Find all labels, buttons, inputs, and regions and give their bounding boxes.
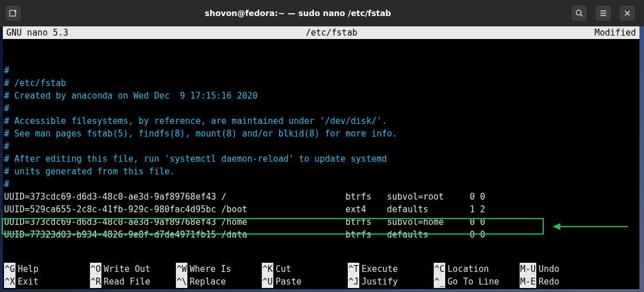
shortcut-replace: ^\Replace: [176, 275, 262, 288]
comment-line: # Accessible filesystems, by reference, …: [4, 116, 387, 126]
search-button[interactable]: [571, 5, 588, 22]
shortcut-cut: ^KCut: [262, 263, 348, 275]
comment-line: #: [4, 103, 9, 114]
shortcut-gotoline: ^_Go To Line: [434, 275, 520, 288]
new-tab-button[interactable]: [5, 5, 22, 22]
shortcut-paste: ^UPaste: [262, 275, 348, 288]
close-icon: [623, 9, 631, 17]
shortcut-row: ^GHelp ^OWrite Out ^WWhere Is ^KCut ^TEx…: [4, 263, 638, 275]
shortcut-redo: M-ERedo: [520, 275, 606, 288]
comment-line: # See man pages fstab(5), findfs(8), mou…: [4, 129, 397, 139]
shortcut-exit: ^XExit: [4, 275, 90, 288]
fstab-entry: UUID=373cdc69-d6d3-48c0-ae3d-9af89768ef4…: [4, 192, 485, 202]
shortcut-help: ^GHelp: [4, 263, 90, 275]
comment-line: #: [4, 141, 9, 151]
shortcut-execute: ^TExecute: [348, 263, 434, 275]
comment-line: # After editing this file, run 'systemct…: [4, 154, 387, 164]
shortcut-whereis: ^WWhere Is: [176, 263, 262, 275]
comment-line: #: [4, 65, 9, 76]
nano-version: GNU nano 5.3: [6, 26, 68, 39]
shortcut-undo: M-UUndo: [520, 263, 606, 275]
shortcut-row: ^XExit ^RRead File ^\Replace ^UPaste ^JJ…: [4, 275, 638, 288]
shortcut-justify: ^JJustify: [348, 275, 434, 288]
shortcut-readfile: ^RRead File: [90, 275, 176, 288]
nano-status: Modified: [595, 26, 636, 39]
svg-point-3: [576, 10, 581, 15]
fstab-entry: UUID=77323d03-b934-4826-9e8f-d7de4971fb1…: [4, 229, 485, 240]
editor-content[interactable]: # # /etc/fstab # Created by anaconda on …: [3, 39, 639, 241]
comment-line: # units generated from this file.: [4, 166, 175, 177]
menu-icon: [599, 9, 608, 18]
nano-shortcuts: ^GHelp ^OWrite Out ^WWhere Is ^KCut ^TEx…: [3, 263, 639, 289]
nano-header: GNU nano 5.3 /etc/fstab Modified: [3, 26, 639, 39]
menu-button[interactable]: [595, 5, 612, 22]
comment-line: # /etc/fstab: [4, 78, 66, 88]
window-title: shovon@fedora:~ — sudo nano /etc/fstab: [25, 9, 571, 18]
window-titlebar: shovon@fedora:~ — sudo nano /etc/fstab: [0, 0, 644, 26]
svg-line-4: [580, 14, 582, 16]
fstab-entry: UUID=529ca655-2c8c-41fb-929c-980fac4d95b…: [4, 204, 485, 215]
close-button[interactable]: [619, 5, 636, 22]
nano-file: /etc/fstab: [68, 26, 594, 39]
search-icon: [575, 9, 584, 18]
comment-line: # Created by anaconda on Wed Dec 9 17:15…: [4, 91, 258, 101]
terminal-area[interactable]: GNU nano 5.3 /etc/fstab Modified # # /et…: [3, 26, 639, 289]
shortcut-location: ^CLocation: [434, 263, 520, 275]
new-tab-icon: [9, 9, 18, 18]
fstab-entry: UUID=373cdc69-d6d3-48c0-ae3d-9af89768ef4…: [4, 217, 485, 227]
comment-line: #: [4, 179, 9, 189]
shortcut-writeout: ^OWrite Out: [90, 263, 176, 275]
